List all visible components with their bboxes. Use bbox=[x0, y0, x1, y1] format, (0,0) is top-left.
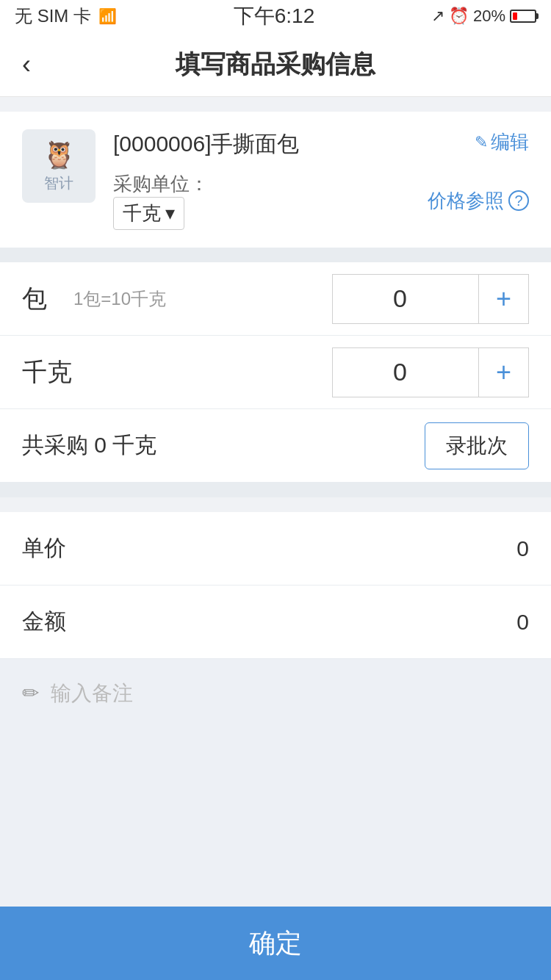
nav-bar: ‹ 填写商品采购信息 bbox=[0, 32, 551, 97]
price-value-amount: 0 bbox=[516, 610, 529, 635]
unit-select-button[interactable]: 千克 ▾ bbox=[113, 197, 184, 230]
status-left: 无 SIM 卡 📶 bbox=[15, 4, 117, 28]
battery-icon bbox=[510, 10, 536, 23]
confirm-button[interactable]: 确定 bbox=[0, 907, 551, 980]
quantity-input-group-bag: + bbox=[332, 274, 529, 324]
product-header: [0000006]手撕面包 ✎ 编辑 bbox=[113, 129, 529, 159]
back-button[interactable]: ‹ bbox=[15, 42, 38, 87]
quantity-sublabel-bag: 1包=10千克 bbox=[73, 287, 166, 311]
product-logo-icon: 🦉 bbox=[43, 140, 76, 170]
edit-label: 编辑 bbox=[491, 129, 529, 155]
purchase-unit-row: 采购单位： 千克 ▾ 价格参照 ? bbox=[113, 171, 529, 230]
quantity-section: 包 1包=10千克 + 千克 + bbox=[0, 262, 551, 409]
quantity-input-bag[interactable] bbox=[332, 274, 479, 324]
section-divider-2 bbox=[0, 483, 551, 497]
quantity-plus-bag[interactable]: + bbox=[479, 274, 529, 324]
price-ref-label: 价格参照 bbox=[428, 188, 504, 214]
quantity-label-bag: 包 bbox=[22, 282, 66, 316]
product-image: 🦉 智计 bbox=[22, 129, 96, 203]
price-label-amount: 金额 bbox=[22, 607, 66, 637]
price-value-unit: 0 bbox=[516, 536, 529, 561]
location-icon: ↗ bbox=[431, 7, 444, 26]
brand-text: 智计 bbox=[44, 173, 73, 193]
price-row-amount: 金额 0 bbox=[0, 586, 551, 659]
quantity-label-kg: 千克 bbox=[22, 356, 72, 389]
unit-select[interactable]: 千克 ▾ bbox=[113, 197, 209, 230]
edit-button[interactable]: ✎ 编辑 bbox=[475, 129, 529, 155]
product-name: [0000006]手撕面包 bbox=[113, 129, 299, 159]
quantity-input-group-kg: + bbox=[332, 347, 529, 397]
quantity-row-bag: 包 1包=10千克 + bbox=[0, 262, 551, 336]
edit-icon: ✎ bbox=[475, 133, 488, 152]
status-time: 下午6:12 bbox=[234, 2, 315, 30]
status-bar: 无 SIM 卡 📶 下午6:12 ↗ ⏰ 20% bbox=[0, 0, 551, 32]
price-ref-button[interactable]: 价格参照 ? bbox=[428, 188, 529, 214]
price-label-unit: 单价 bbox=[22, 533, 66, 563]
batch-button[interactable]: 录批次 bbox=[425, 422, 529, 469]
purchase-unit-label: 采购单位： 千克 ▾ bbox=[113, 171, 209, 230]
total-row: 共采购 0 千克 录批次 bbox=[0, 409, 551, 483]
quantity-row-kg: 千克 + bbox=[0, 336, 551, 409]
pencil-icon: ✏ bbox=[22, 681, 39, 705]
product-card: 🦉 智计 [0000006]手撕面包 ✎ 编辑 采购单位： 千克 ▾ 价格 bbox=[0, 112, 551, 248]
unit-value: 千克 bbox=[123, 201, 161, 226]
dropdown-icon: ▾ bbox=[165, 202, 175, 225]
page-title: 填写商品采购信息 bbox=[176, 48, 375, 82]
product-info: [0000006]手撕面包 ✎ 编辑 采购单位： 千克 ▾ 价格参照 ? bbox=[113, 129, 529, 230]
price-row-unit: 单价 0 bbox=[0, 512, 551, 586]
wifi-icon: 📶 bbox=[98, 7, 117, 25]
note-section[interactable]: ✏ 输入备注 bbox=[0, 659, 551, 806]
carrier-text: 无 SIM 卡 bbox=[15, 4, 91, 28]
quantity-plus-kg[interactable]: + bbox=[479, 347, 529, 397]
battery-percent: 20% bbox=[473, 7, 505, 26]
section-divider-1 bbox=[0, 248, 551, 262]
confirm-label: 确定 bbox=[249, 926, 302, 962]
note-placeholder: 输入备注 bbox=[51, 680, 133, 707]
total-text: 共采购 0 千克 bbox=[22, 430, 156, 461]
status-right: ↗ ⏰ 20% bbox=[431, 7, 536, 26]
quantity-input-kg[interactable] bbox=[332, 347, 479, 397]
alarm-icon: ⏰ bbox=[449, 7, 469, 26]
price-ref-help-icon: ? bbox=[508, 190, 529, 211]
price-section: 单价 0 金额 0 bbox=[0, 512, 551, 659]
